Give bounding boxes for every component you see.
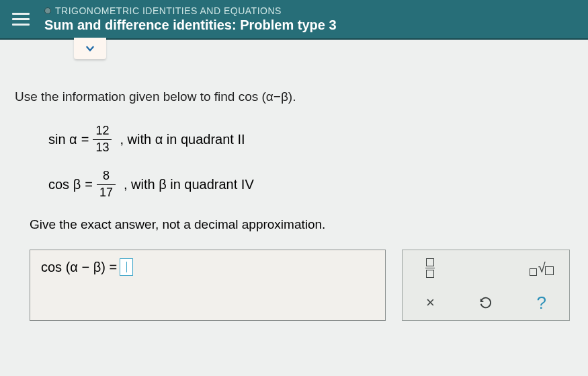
page-title: Sum and difference identities: Problem t… (44, 17, 337, 33)
func-label: cos β (48, 177, 81, 192)
clear-icon: × (426, 294, 435, 311)
header-text: TRIGONOMETRIC IDENTITIES AND EQUATIONS S… (44, 5, 337, 33)
fraction: 12 13 (93, 124, 112, 155)
answer-input[interactable] (120, 258, 133, 276)
tool-empty (458, 250, 514, 285)
header-bar: TRIGONOMETRIC IDENTITIES AND EQUATIONS S… (0, 0, 588, 40)
help-icon: ? (536, 293, 546, 313)
numerator: 8 (100, 170, 112, 183)
answer-row: cos (α − β) = √ × (30, 250, 573, 321)
denominator: 13 (93, 141, 112, 155)
undo-button[interactable] (458, 285, 514, 320)
answer-lhs: cos (α − β) = (41, 260, 117, 275)
sqrt-icon: √ (530, 260, 554, 276)
intro-text: Use the information given below to find (15, 89, 239, 104)
given-block: sin α = 12 13 , with α in quadrant II co… (48, 124, 573, 200)
fraction-bar (93, 139, 112, 141)
content-area: Use the information given below to find … (0, 40, 588, 321)
fraction-icon (425, 258, 435, 278)
fraction-tool-button[interactable] (403, 250, 458, 285)
numerator: 12 (93, 124, 112, 138)
line-tail: , with β in quadrant IV (124, 177, 254, 192)
answer-box[interactable]: cos (α − β) = (30, 250, 386, 321)
help-button[interactable]: ? (513, 285, 569, 320)
equals-sign: = (85, 177, 93, 192)
sqrt-tool-button[interactable]: √ (513, 250, 569, 285)
fraction: 8 17 (97, 170, 116, 200)
closing-instruction: Give the exact answer, not a decimal app… (30, 217, 573, 232)
given-line-1: sin α = 12 13 , with α in quadrant II (48, 124, 573, 155)
denominator: 17 (97, 186, 116, 200)
menu-icon[interactable] (8, 9, 34, 30)
status-dot-icon (44, 7, 51, 14)
line-tail: , with α in quadrant II (120, 132, 245, 147)
given-line-2: cos β = 8 17 , with β in quadrant IV (48, 170, 573, 200)
equals-sign: = (81, 132, 89, 147)
func-label: sin α (48, 132, 77, 147)
problem-intro: Use the information given below to find … (15, 89, 573, 104)
clear-button[interactable]: × (403, 285, 458, 320)
text-cursor-icon (126, 262, 127, 272)
fraction-bar (97, 184, 116, 186)
category-line: TRIGONOMETRIC IDENTITIES AND EQUATIONS (44, 5, 337, 16)
tool-panel: √ × ? (402, 250, 570, 321)
undo-icon (478, 295, 493, 310)
intro-expression: cos (α−β). (239, 89, 296, 104)
category-label: TRIGONOMETRIC IDENTITIES AND EQUATIONS (55, 5, 282, 16)
